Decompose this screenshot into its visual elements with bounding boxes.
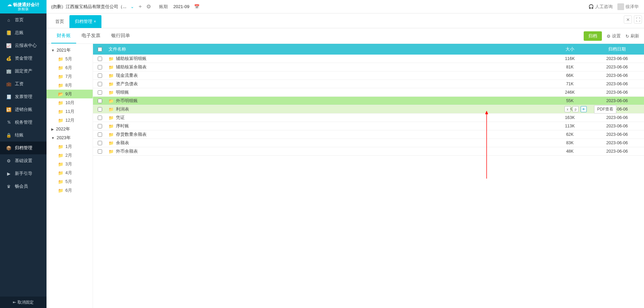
- sidebar-item-8[interactable]: ％税务管理: [0, 116, 47, 129]
- tree-month[interactable]: 📁4月: [47, 168, 93, 177]
- sidebar-icon: 📈: [6, 43, 11, 48]
- col-name: 文件名称: [106, 46, 550, 52]
- tab-archive[interactable]: 归档管理×: [69, 15, 101, 28]
- table-row[interactable]: 📁序时账113K2023-06-06: [93, 122, 644, 130]
- table-row[interactable]: 📁辅助核算余额表81K2023-06-06: [93, 63, 644, 71]
- archive-button[interactable]: 归档: [584, 31, 602, 41]
- gear-icon[interactable]: ⚙: [146, 3, 151, 10]
- settings-link[interactable]: ⚙设置: [607, 33, 621, 39]
- tree-year[interactable]: ▶2022年: [47, 125, 93, 133]
- tree-month[interactable]: 📁2月: [47, 151, 93, 160]
- user-menu[interactable]: 徐泽华: [617, 3, 639, 10]
- sidebar-unpin[interactable]: ⇤取消固定: [0, 297, 47, 308]
- refresh-link[interactable]: ↻刷新: [625, 33, 639, 39]
- table-row[interactable]: 📁利润表2K2023-06-06xp👁PDF查看: [93, 105, 644, 114]
- sidebar-icon: 💼: [6, 82, 11, 87]
- tree-month[interactable]: 📁6月: [47, 63, 93, 72]
- sidebar-item-7[interactable]: 🔁进销台账: [0, 103, 47, 116]
- sidebar-item-0[interactable]: ⌂首页: [0, 13, 47, 26]
- sub-tab-2[interactable]: 银行回单: [106, 29, 135, 43]
- tree-month[interactable]: 📁11月: [47, 107, 93, 116]
- row-checkbox[interactable]: [98, 73, 102, 78]
- folder-icon: 📁: [58, 109, 63, 114]
- file-size: 83K: [550, 141, 590, 145]
- calendar-icon[interactable]: 📅: [194, 4, 200, 9]
- row-checkbox[interactable]: [98, 90, 102, 95]
- sub-tab-1[interactable]: 电子发票: [76, 29, 106, 43]
- sidebar-item-6[interactable]: 🧾发票管理: [0, 90, 47, 103]
- tree-month[interactable]: 📁6月: [47, 186, 93, 195]
- company-selector[interactable]: (勿删）江西服宝精品有限责任公司（...: [51, 4, 126, 10]
- tree-month[interactable]: 📁12月: [47, 116, 93, 125]
- file-name: 外币明细账: [116, 98, 138, 104]
- row-checkbox[interactable]: [98, 141, 102, 145]
- sidebar-item-10[interactable]: 📦归档管理: [0, 142, 47, 154]
- sidebar-item-12[interactable]: ▶新手引导: [0, 167, 47, 180]
- period-value[interactable]: 2021-09: [173, 4, 189, 9]
- sidebar-icon: 📦: [6, 146, 11, 151]
- consult-link[interactable]: 🎧人工咨询: [588, 4, 613, 10]
- folder-icon: 📂: [58, 92, 63, 97]
- sidebar-item-11[interactable]: ⚙基础设置: [0, 154, 47, 167]
- table-row[interactable]: 📁明细账246K2023-06-06: [93, 88, 644, 97]
- table-row[interactable]: 📁外币余额表48K2023-06-06: [93, 147, 644, 156]
- sub-tab-0[interactable]: 财务账: [51, 29, 76, 43]
- table-row[interactable]: 📁现金流量表66K2023-06-06: [93, 71, 644, 80]
- triangle-down-icon: ▼: [51, 136, 55, 140]
- sidebar-item-3[interactable]: 💰资金管理: [0, 52, 47, 65]
- fullscreen-button[interactable]: ⛶: [634, 16, 642, 24]
- tree-month[interactable]: 📁8月: [47, 81, 93, 90]
- refresh-label: 刷新: [631, 33, 639, 39]
- tree-year[interactable]: ▼2021年: [47, 46, 93, 55]
- table-row[interactable]: 📁存货数量余额表62K2023-06-06: [93, 130, 644, 139]
- tree-month[interactable]: 📁7月: [47, 72, 93, 81]
- file-table: 文件名称 大小 归档日期 📁辅助核算明细账116K2023-06-06📁辅助核算…: [93, 44, 644, 308]
- tree-month[interactable]: 📂9月: [47, 90, 93, 98]
- folder-icon: 📁: [109, 115, 114, 120]
- select-all-checkbox[interactable]: [98, 47, 102, 52]
- row-checkbox[interactable]: [98, 107, 102, 112]
- export-excel-icon[interactable]: x: [564, 106, 571, 112]
- sidebar-icon: 🧾: [6, 94, 11, 99]
- file-name: 余额表: [116, 140, 129, 146]
- sidebar-item-4[interactable]: 🏢固定资产: [0, 65, 47, 78]
- tree-month[interactable]: 📁5月: [47, 177, 93, 186]
- add-icon[interactable]: ＋: [137, 3, 143, 10]
- row-checkbox[interactable]: [98, 116, 102, 120]
- preview-pdf-icon[interactable]: 👁: [581, 106, 587, 112]
- table-row[interactable]: 📁余额表83K2023-06-06: [93, 139, 644, 147]
- sidebar-icon: 💰: [6, 56, 11, 61]
- sidebar-item-2[interactable]: 📈云报表中心: [0, 39, 47, 52]
- row-checkbox[interactable]: [98, 65, 102, 69]
- row-checkbox[interactable]: [98, 82, 102, 86]
- row-checkbox[interactable]: [98, 149, 102, 154]
- sidebar-item-5[interactable]: 💼工资: [0, 78, 47, 90]
- table-row[interactable]: 📁外币明细账55K2023-06-06: [93, 97, 644, 105]
- row-checkbox[interactable]: [98, 57, 102, 61]
- tab-home[interactable]: 首页: [50, 15, 69, 28]
- table-row[interactable]: 📁凭证163K2023-06-06: [93, 114, 644, 122]
- tree-month[interactable]: 📁3月: [47, 160, 93, 168]
- close-tab-button[interactable]: ✕: [624, 16, 632, 24]
- sidebar-item-13[interactable]: ♛畅会员: [0, 180, 47, 193]
- tree-month[interactable]: 📁1月: [47, 142, 93, 151]
- sidebar-item-9[interactable]: 🔒结账: [0, 129, 47, 142]
- row-checkbox[interactable]: [98, 99, 102, 103]
- archive-date: 2023-06-06: [590, 98, 644, 103]
- sidebar-label: 总账: [15, 30, 24, 36]
- row-checkbox[interactable]: [98, 132, 102, 137]
- sidebar-item-1[interactable]: 📒总账: [0, 26, 47, 39]
- tree-month[interactable]: 📁5月: [47, 55, 93, 63]
- file-name: 资产负债表: [116, 81, 138, 87]
- tree-month[interactable]: 📁10月: [47, 98, 93, 107]
- table-row[interactable]: 📁辅助核算明细账116K2023-06-06: [93, 55, 644, 63]
- chevron-down-icon[interactable]: ⌄: [130, 4, 134, 9]
- export-pdf-icon[interactable]: p: [573, 106, 579, 112]
- table-row[interactable]: 📁资产负债表71K2023-06-06: [93, 80, 644, 88]
- row-checkbox[interactable]: [98, 124, 102, 128]
- tab-archive-label: 归档管理: [75, 19, 92, 24]
- tree-year[interactable]: ▼2023年: [47, 133, 93, 142]
- top-left: (勿删）江西服宝精品有限责任公司（... ⌄ ＋ ⚙ 账期 2021-09 📅: [47, 3, 200, 10]
- close-icon[interactable]: ×: [94, 19, 96, 24]
- folder-icon: 📁: [58, 65, 63, 70]
